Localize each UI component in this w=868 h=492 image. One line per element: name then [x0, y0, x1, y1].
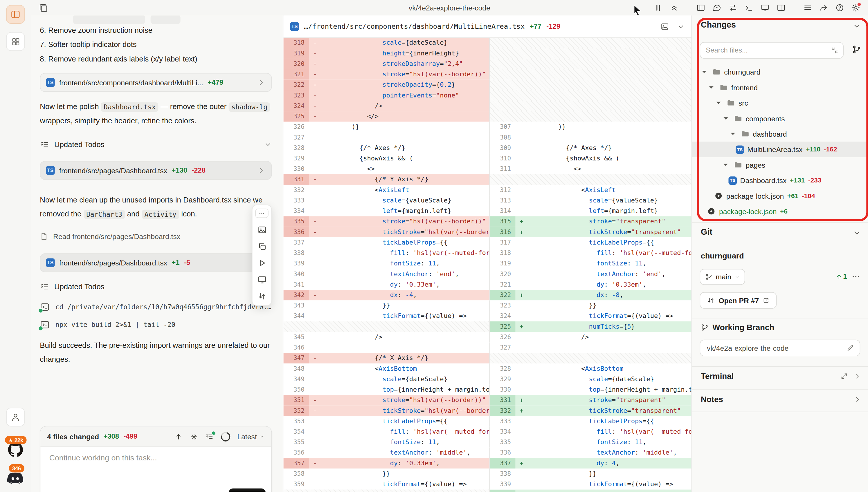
git-more-button[interactable] — [851, 272, 861, 281]
screenshot-icon[interactable] — [257, 225, 266, 235]
right-panel-toggle[interactable] — [777, 3, 785, 12]
image-diff-icon[interactable] — [660, 22, 670, 31]
diff-line: 321dy: '0.33em', — [489, 279, 691, 290]
files-changed-bar[interactable]: 4 files changed +308 -499 Latest — [40, 426, 271, 447]
pause-button[interactable] — [654, 3, 663, 12]
pencil-icon[interactable] — [846, 344, 854, 352]
expand-icon[interactable] — [840, 372, 848, 380]
diff-line: 344tickFormat={(value) => — [283, 311, 489, 321]
tree-folder-dashboard[interactable]: dashboard — [692, 126, 868, 142]
workspace-stack-icon[interactable] — [39, 3, 48, 12]
file-chip-multilinearea[interactable]: TS frontend/src/components/dashboard/Mul… — [40, 73, 272, 92]
terminal-command: npx vite build 2>&1 | tail -20 — [55, 321, 175, 329]
search-files-input[interactable] — [705, 46, 827, 55]
tree-item-name: src — [738, 99, 748, 107]
git-collapse-icon[interactable] — [852, 228, 862, 238]
tree-file-MultiLineArea.tsx[interactable]: TSMultiLineArea.tsx+110-162 — [692, 142, 868, 157]
diff-line: 327 — [283, 132, 489, 143]
branch-selector[interactable]: main — [700, 269, 745, 285]
open-pr-button[interactable]: Open PR #7 — [700, 292, 777, 309]
terminal-toggle[interactable] — [745, 3, 754, 12]
diff-line: 311<> — [489, 164, 691, 174]
menu-button[interactable] — [803, 3, 812, 12]
task-input[interactable] — [48, 452, 266, 462]
folder-icon — [712, 68, 721, 77]
diff-row: 329{showAxis && (310{showAxis && ( — [283, 153, 691, 164]
board-button[interactable] — [6, 32, 25, 51]
share-button[interactable] — [819, 3, 828, 12]
chevron-right-icon[interactable] — [853, 372, 861, 380]
diff-row: 341dy: '0.33em',321dy: '0.33em', — [283, 279, 691, 290]
sparkle-icon[interactable] — [190, 432, 198, 441]
diff-row: 325+numTicks={5} — [283, 321, 691, 332]
account-button[interactable] — [6, 408, 25, 427]
tree-file-Dashboard.tsx[interactable]: TSDashboard.tsx+131-233 — [692, 173, 868, 188]
updated-todos-row[interactable]: Updated Todos — [40, 137, 272, 152]
file-chip-dashboard-1[interactable]: TS frontend/src/pages/Dashboard.tsx +130… — [40, 161, 272, 180]
divider — [692, 222, 868, 223]
tree-file-package-lock.json[interactable]: package-lock.json+61-104 — [692, 188, 868, 203]
updated-todos-row[interactable]: Updated Todos — [40, 279, 272, 294]
read-file-row[interactable]: Read frontend/src/pages/Dashboard.tsx — [40, 229, 272, 243]
preview-toggle[interactable] — [760, 3, 770, 12]
chat-panel-toggle[interactable] — [712, 3, 721, 12]
send-button[interactable]: Send — [229, 489, 266, 492]
branch-icon — [701, 324, 709, 331]
notes-section-row[interactable]: Notes — [701, 395, 861, 404]
tree-item-name: pages — [746, 161, 766, 169]
chevron-down-icon[interactable] — [677, 22, 685, 30]
additions-count: +131 — [790, 176, 805, 184]
help-button[interactable] — [835, 3, 844, 12]
diff-line: 334fill: 'hsl(var(--muted-foreground))', — [489, 426, 691, 437]
diff-row: 340+numTicks={5} — [283, 490, 691, 492]
play-icon[interactable] — [257, 259, 266, 268]
package-icon — [707, 207, 716, 216]
todos-status-icon[interactable] — [205, 432, 214, 441]
version-dropdown[interactable]: Latest — [237, 432, 264, 441]
scroll-up-icon[interactable] — [174, 432, 183, 441]
tree-folder-frontend[interactable]: frontend — [692, 80, 868, 95]
left-panel-toggle[interactable] — [697, 3, 705, 12]
drag-handle[interactable] — [255, 208, 268, 218]
file-chip-dashboard-2[interactable]: TS frontend/src/pages/Dashboard.tsx +1 -… — [40, 253, 272, 272]
notification-dot — [857, 2, 861, 7]
workspace-button[interactable] — [6, 5, 25, 24]
diff-row: 326)}307)} — [283, 122, 691, 132]
github-icon[interactable] — [8, 442, 23, 458]
display-icon[interactable] — [257, 275, 266, 284]
diff-row: 322-strokeOpacity={0.2} — [283, 80, 691, 90]
terminal-icon — [40, 320, 50, 329]
copy-icon[interactable] — [257, 242, 266, 251]
folder-icon — [726, 98, 735, 107]
diff-line — [489, 48, 691, 58]
chevron-down-icon — [259, 434, 264, 439]
caret-down-icon — [714, 98, 723, 107]
tree-folder-components[interactable]: components — [692, 110, 868, 126]
typescript-icon: TS — [728, 176, 737, 184]
deletions-count: -104 — [802, 192, 815, 200]
working-branch-input[interactable] — [706, 343, 843, 352]
branch-filter-icon[interactable] — [852, 45, 861, 54]
settings-button[interactable] — [851, 3, 861, 12]
changes-collapse-icon[interactable] — [852, 22, 862, 30]
compare-icon[interactable] — [257, 292, 266, 301]
diff-line: 332<AxisLeft — [283, 185, 489, 195]
discord-icon[interactable] — [7, 470, 24, 488]
diff-row: 344tickFormat={(value) =>324tickFormat={… — [283, 311, 691, 321]
tree-folder-pages[interactable]: pages — [692, 157, 868, 173]
terminal-command-row[interactable]: cd /private/var/folders/10/h7w0q46556ggr… — [40, 300, 272, 315]
diff-body[interactable]: 318-scale={dateScale}319-height={innerHe… — [283, 38, 691, 492]
file-chip-name: frontend/src/pages/Dashboard.tsx — [59, 259, 167, 267]
tree-folder-src[interactable]: src — [692, 95, 868, 110]
terminal-command-row[interactable]: npx vite build 2>&1 | tail -20 — [40, 318, 272, 332]
terminal-section-row[interactable]: Terminal — [701, 372, 861, 380]
diff-row: 348<AxisBottom328<AxisBottom — [283, 364, 691, 374]
tree-file-package-lock.json[interactable]: package-lock.json+6 — [692, 204, 868, 219]
collapse-tree-icon[interactable] — [831, 46, 839, 54]
tree-folder-churnguard[interactable]: churnguard — [692, 64, 868, 79]
collapse-all-button[interactable] — [670, 3, 679, 12]
swap-panels-button[interactable] — [728, 3, 737, 12]
diff-line: 351-stroke="hsl(var(--border))" — [283, 395, 489, 405]
commits-ahead[interactable]: 1 — [836, 273, 847, 280]
chevron-right-icon[interactable] — [853, 395, 861, 403]
